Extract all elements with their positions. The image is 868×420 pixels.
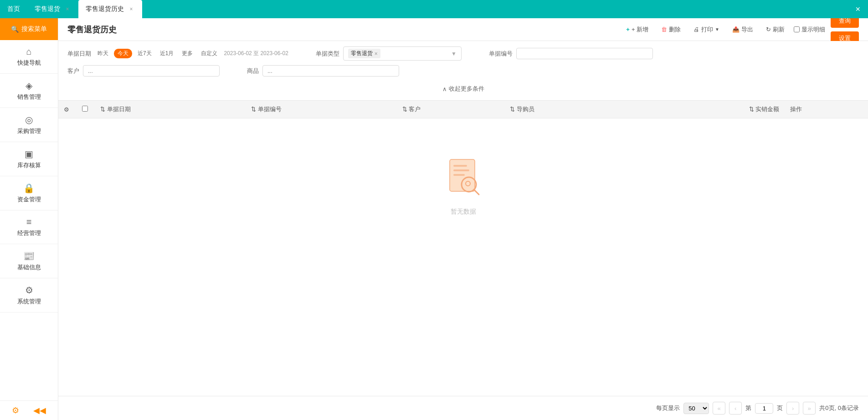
svg-rect-1 (453, 165, 467, 167)
sidebar-item-inventory-label: 库存核算 (17, 161, 41, 169)
next-page-button[interactable]: › (786, 402, 799, 415)
sidebar-item-operation-mgmt[interactable]: ≡ 经营管理 (0, 210, 58, 244)
window-close-button[interactable]: ✕ (855, 5, 868, 13)
sidebar-item-sales-mgmt[interactable]: ◈ 销售管理 (0, 74, 58, 108)
th-guide-text: 导购员 (517, 106, 534, 113)
refresh-icon: ↻ (766, 26, 771, 33)
table-area: ⚙ ⇅ 单据日期 ⇅ 单据编号 (58, 101, 868, 396)
date-btn-today[interactable]: 今天 (114, 49, 132, 58)
sidebar-search[interactable]: 🔍 搜索菜单 (0, 18, 58, 40)
date-btn-1month[interactable]: 近1月 (157, 49, 177, 58)
page-size-label: 每页显示 (656, 404, 680, 412)
sidebar-item-finance-mgmt[interactable]: 🔒 资金管理 (0, 176, 58, 210)
th-customer[interactable]: ⇅ 客户 (397, 101, 504, 118)
query-button[interactable]: 查询 (831, 18, 859, 28)
th-number[interactable]: ⇅ 单据编号 (246, 101, 396, 118)
type-tag-remove[interactable]: × (375, 51, 378, 57)
select-all-checkbox[interactable] (82, 106, 88, 112)
basic-info-icon: 📰 (23, 251, 35, 261)
system-icon: ⚙ (25, 285, 33, 296)
type-select[interactable]: 零售退货 × ▼ (343, 46, 462, 61)
show-detail-checkbox-wrapper[interactable]: 显示明细 (794, 26, 825, 34)
date-btn-custom[interactable]: 自定义 (198, 49, 220, 58)
tab-retail-return[interactable]: 零售退货 × (27, 0, 78, 18)
print-icon: 🖨 (693, 26, 699, 33)
th-amount-label: ⇅ (749, 106, 756, 113)
prev-page-button[interactable]: ‹ (729, 402, 742, 415)
show-detail-checkbox[interactable] (794, 26, 800, 32)
th-checkbox[interactable] (77, 101, 95, 118)
sidebar-item-finance-mgmt-label: 资金管理 (17, 195, 41, 204)
sidebar-audio-icon[interactable]: ◀◀ (33, 405, 46, 415)
tab-retail-return-close[interactable]: × (64, 5, 71, 13)
sidebar-item-quick-nav[interactable]: ⌂ 快捷导航 (0, 40, 58, 74)
pagination: 每页显示 50 10 20 100 « ‹ 第 页 › » 共0页, 0条记录 (58, 396, 868, 420)
sidebar-item-purchase-mgmt[interactable]: ◎ 采购管理 (0, 108, 58, 142)
page-size-select[interactable]: 50 10 20 100 (683, 403, 709, 414)
print-label: 打印 (701, 26, 713, 34)
goods-filter: 商品 (247, 65, 399, 77)
empty-state: 暂无数据 (58, 118, 868, 252)
collapse-button[interactable]: ∧ 收起更多条件 (435, 83, 492, 95)
sidebar-item-inventory[interactable]: ▣ 库存核算 (0, 142, 58, 176)
th-actions-text: 操作 (790, 106, 802, 113)
date-filter-label: 单据日期 (67, 50, 91, 58)
type-select-chevron: ▼ (451, 51, 457, 57)
goods-filter-label: 商品 (247, 67, 259, 75)
type-selected-tags: 零售退货 × (348, 49, 380, 58)
sidebar-item-system-mgmt-label: 系统管理 (17, 297, 41, 306)
export-icon: 📤 (732, 26, 740, 33)
sidebar-item-system-mgmt[interactable]: ⚙ 系统管理 (0, 278, 58, 312)
svg-line-5 (474, 190, 479, 195)
main-layout: 🔍 搜索菜单 ⌂ 快捷导航 ◈ 销售管理 ◎ 采购管理 ▣ 库存核算 🔒 资金管… (0, 18, 868, 420)
customer-input[interactable] (83, 65, 220, 77)
tab-retail-return-history[interactable]: 零售退货历史 × (78, 0, 142, 18)
filter-row-2: 客户 商品 (67, 65, 859, 77)
table-body: 暂无数据 (58, 118, 868, 253)
type-tag-label: 零售退货 (351, 50, 373, 57)
date-btn-7days[interactable]: 近7天 (135, 49, 154, 58)
sidebar-bottom: ⚙ ◀◀ (0, 400, 58, 420)
date-btn-yesterday[interactable]: 昨天 (95, 49, 111, 58)
sidebar-search-label: 搜索菜单 (21, 25, 47, 33)
tab-list: 首页 零售退货 × 零售退货历史 × (0, 0, 855, 18)
th-date-text: 单据日期 (107, 106, 131, 113)
tab-home[interactable]: 首页 (0, 0, 27, 18)
first-page-button[interactable]: « (713, 402, 725, 415)
settings-icon: ⚙ (64, 106, 69, 113)
sales-icon: ◈ (26, 80, 32, 91)
th-amount[interactable]: ⇅ 实销金额 (634, 101, 785, 118)
date-quick-buttons: 昨天 今天 近7天 近1月 更多 自定义 (95, 49, 220, 58)
empty-row: 暂无数据 (58, 118, 868, 253)
date-btn-more[interactable]: 更多 (179, 49, 195, 58)
th-number-label: ⇅ (251, 106, 258, 113)
goods-input[interactable] (262, 65, 399, 77)
sidebar-item-basic-info[interactable]: 📰 基础信息 (0, 244, 58, 278)
export-button[interactable]: 📤 导出 (729, 24, 757, 36)
th-guide[interactable]: ⇅ 导购员 (504, 101, 634, 118)
th-number-text: 单据编号 (258, 106, 282, 113)
customer-filter: 客户 (67, 65, 220, 77)
show-detail-label: 显示明细 (801, 26, 825, 34)
th-date[interactable]: ⇅ 单据日期 (95, 101, 246, 118)
delete-button[interactable]: 🗑 删除 (657, 24, 684, 36)
inventory-icon: ▣ (25, 149, 33, 159)
refresh-button[interactable]: ↻ 刷新 (762, 24, 788, 36)
th-amount-text: 实销金额 (755, 106, 779, 113)
print-button[interactable]: 🖨 打印 ▼ (690, 24, 723, 36)
filter-area: 单据日期 昨天 今天 近7天 近1月 更多 自定义 2023-06-02 至 2… (58, 41, 868, 101)
page-number-input[interactable] (755, 403, 773, 414)
number-input[interactable] (516, 48, 653, 59)
sidebar-settings-icon[interactable]: ⚙ (12, 405, 19, 415)
svg-rect-2 (453, 169, 469, 171)
svg-rect-3 (453, 174, 465, 176)
tab-retail-return-history-label: 零售退货历史 (86, 5, 124, 13)
new-button[interactable]: + + 新增 (622, 24, 652, 36)
tab-retail-return-history-close[interactable]: × (128, 5, 135, 13)
delete-icon: 🗑 (661, 26, 667, 33)
content-area: 零售退货历史 + + 新增 🗑 删除 🖨 打印 ▼ 📤 导出 (58, 18, 868, 420)
last-page-button[interactable]: » (803, 402, 816, 415)
number-filter: 单据编号 (489, 48, 653, 59)
delete-label: 删除 (669, 26, 681, 34)
th-settings[interactable]: ⚙ (58, 101, 77, 118)
